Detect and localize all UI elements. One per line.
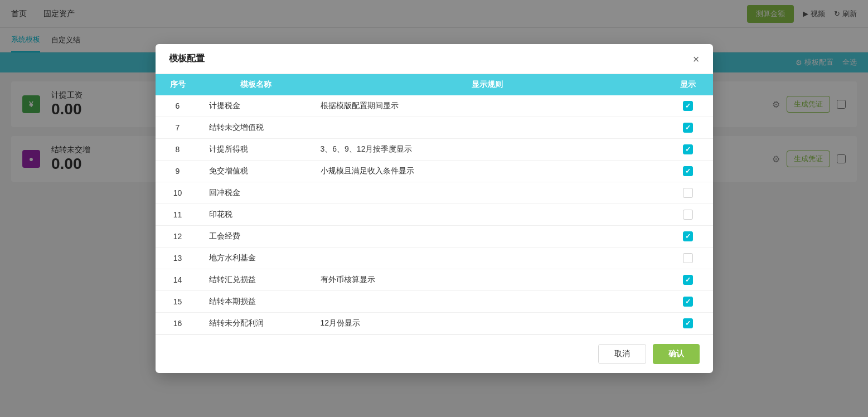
checkbox-8[interactable] xyxy=(683,275,693,285)
modal-close-button[interactable]: × xyxy=(693,54,700,65)
checkbox-0[interactable] xyxy=(683,101,693,111)
cell-name-5: 印花税 xyxy=(200,204,312,226)
modal-footer: 取消 确认 xyxy=(156,334,713,373)
col-display: 显示 xyxy=(663,74,713,95)
cell-name-6: 工会经费 xyxy=(200,226,312,248)
cell-check-4[interactable] xyxy=(663,182,713,204)
cell-check-7[interactable] xyxy=(663,248,713,269)
cell-rule-6 xyxy=(312,226,663,248)
cell-seq-2: 8 xyxy=(156,139,200,161)
table-row: 13地方水利基金 xyxy=(156,248,713,269)
cell-check-0[interactable] xyxy=(663,95,713,117)
table-row: 15结转本期损益 xyxy=(156,291,713,313)
cell-name-9: 结转本期损益 xyxy=(200,291,312,313)
table-row: 7结转未交增值税 xyxy=(156,117,713,139)
cell-rule-9 xyxy=(312,291,663,313)
cell-check-3[interactable] xyxy=(663,161,713,182)
cell-check-6[interactable] xyxy=(663,226,713,248)
cell-check-5[interactable] xyxy=(663,204,713,226)
cell-seq-9: 15 xyxy=(156,291,200,313)
cell-check-1[interactable] xyxy=(663,117,713,139)
checkbox-5[interactable] xyxy=(683,210,693,220)
table-row: 16结转未分配利润12月份显示 xyxy=(156,313,713,334)
cancel-button[interactable]: 取消 xyxy=(598,344,646,364)
modal-header: 模板配置 × xyxy=(156,44,713,74)
cell-rule-10: 12月份显示 xyxy=(312,313,663,334)
cell-check-9[interactable] xyxy=(663,291,713,313)
cell-rule-5 xyxy=(312,204,663,226)
checkbox-4[interactable] xyxy=(683,188,693,198)
checkbox-3[interactable] xyxy=(683,166,693,176)
confirm-button[interactable]: 确认 xyxy=(653,344,700,364)
cell-name-8: 结转汇兑损益 xyxy=(200,269,312,291)
table-row: 12工会经费 xyxy=(156,226,713,248)
modal-table: 序号 模板名称 显示规则 显示 6计提税金根据模版配置期间显示7结转未交增值税8… xyxy=(156,74,713,334)
cell-check-2[interactable] xyxy=(663,139,713,161)
col-rule: 显示规则 xyxy=(312,74,663,95)
cell-seq-4: 10 xyxy=(156,182,200,204)
cell-seq-8: 14 xyxy=(156,269,200,291)
checkbox-7[interactable] xyxy=(683,253,693,263)
table-row: 14结转汇兑损益有外币核算显示 xyxy=(156,269,713,291)
cell-rule-7 xyxy=(312,248,663,269)
modal-table-wrap: 序号 模板名称 显示规则 显示 6计提税金根据模版配置期间显示7结转未交增值税8… xyxy=(156,74,713,334)
checkbox-2[interactable] xyxy=(683,144,693,154)
cell-rule-3: 小规模且满足收入条件显示 xyxy=(312,161,663,182)
table-row: 9免交增值税小规模且满足收入条件显示 xyxy=(156,161,713,182)
col-seq: 序号 xyxy=(156,74,200,95)
cell-seq-6: 12 xyxy=(156,226,200,248)
cell-seq-7: 13 xyxy=(156,248,200,269)
cell-name-3: 免交增值税 xyxy=(200,161,312,182)
cell-seq-1: 7 xyxy=(156,117,200,139)
checkbox-9[interactable] xyxy=(683,297,693,307)
cell-rule-0: 根据模版配置期间显示 xyxy=(312,95,663,117)
cell-rule-4 xyxy=(312,182,663,204)
table-row: 8计提所得税3、6、9、12月按季度显示 xyxy=(156,139,713,161)
checkbox-6[interactable] xyxy=(683,231,693,241)
table-row: 10回冲税金 xyxy=(156,182,713,204)
cell-name-10: 结转未分配利润 xyxy=(200,313,312,334)
cell-check-10[interactable] xyxy=(663,313,713,334)
modal-overlay: 模板配置 × 序号 模板名称 显示规则 显示 6计提税金根据模版配置期间显示7结… xyxy=(0,0,868,417)
cell-name-2: 计提所得税 xyxy=(200,139,312,161)
checkbox-10[interactable] xyxy=(683,318,693,328)
cell-name-4: 回冲税金 xyxy=(200,182,312,204)
cell-name-1: 结转未交增值税 xyxy=(200,117,312,139)
cell-seq-10: 16 xyxy=(156,313,200,334)
checkbox-1[interactable] xyxy=(683,123,693,133)
cell-rule-8: 有外币核算显示 xyxy=(312,269,663,291)
cell-name-0: 计提税金 xyxy=(200,95,312,117)
col-name: 模板名称 xyxy=(200,74,312,95)
table-header-row: 序号 模板名称 显示规则 显示 xyxy=(156,74,713,95)
modal: 模板配置 × 序号 模板名称 显示规则 显示 6计提税金根据模版配置期间显示7结… xyxy=(156,44,713,373)
cell-check-8[interactable] xyxy=(663,269,713,291)
cell-rule-2: 3、6、9、12月按季度显示 xyxy=(312,139,663,161)
table-row: 11印花税 xyxy=(156,204,713,226)
cell-seq-0: 6 xyxy=(156,95,200,117)
cell-seq-3: 9 xyxy=(156,161,200,182)
cell-rule-1 xyxy=(312,117,663,139)
modal-title: 模板配置 xyxy=(169,53,205,65)
table-row: 6计提税金根据模版配置期间显示 xyxy=(156,95,713,117)
cell-seq-5: 11 xyxy=(156,204,200,226)
cell-name-7: 地方水利基金 xyxy=(200,248,312,269)
